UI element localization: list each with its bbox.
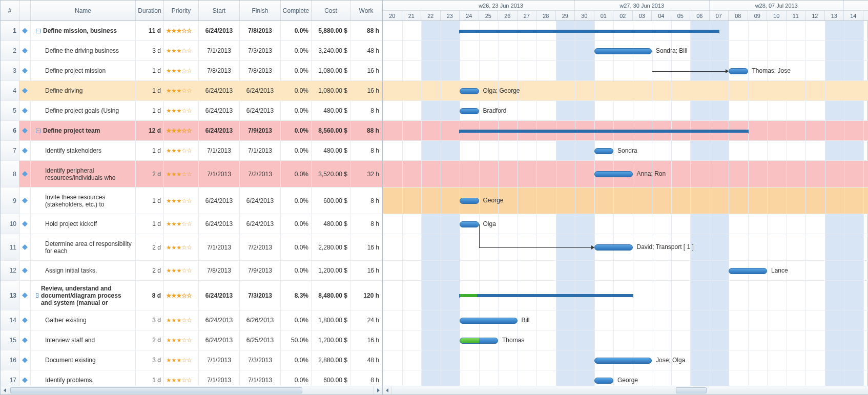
start-cell[interactable]: 6/24/2013 xyxy=(199,21,240,40)
timeline-week-header[interactable]: w26, 23 Jun 2013 xyxy=(383,1,575,10)
table-row[interactable]: 16Document existing3 d★★★☆☆7/1/20137/3/2… xyxy=(1,350,382,370)
cost-cell[interactable]: 2,880.00 $ xyxy=(312,350,350,370)
table-row[interactable]: 3Define project mission1 d★★★☆☆7/8/20137… xyxy=(1,61,382,81)
cost-cell[interactable]: 600.00 $ xyxy=(312,188,350,214)
timeline-day-header[interactable]: 06 xyxy=(690,11,710,20)
task-bar[interactable] xyxy=(460,198,479,204)
table-row[interactable]: 9Invite these resources (stakeholders, e… xyxy=(1,188,382,214)
timeline-day-header[interactable]: 27 xyxy=(518,11,537,20)
task-name-cell[interactable]: Define project goals (Using xyxy=(31,101,136,120)
complete-cell[interactable]: 0.0% xyxy=(281,101,312,120)
table-row[interactable]: 7Identify stakeholders1 d★★★☆☆7/1/20137/… xyxy=(1,141,382,161)
cost-cell[interactable]: 1,200.00 $ xyxy=(312,330,350,350)
work-cell[interactable]: 8 h xyxy=(350,188,382,214)
timeline-day-header[interactable]: 11 xyxy=(787,11,806,20)
duration-cell[interactable]: 3 d xyxy=(136,310,164,330)
task-bar[interactable] xyxy=(729,68,748,74)
table-row[interactable]: 13Review, understand and document/diagra… xyxy=(1,281,382,310)
timeline-hscrollbar[interactable] xyxy=(383,386,868,394)
timeline-day-header[interactable]: 01 xyxy=(594,11,614,20)
col-complete[interactable]: Complete xyxy=(281,1,312,20)
col-priority[interactable]: Priority xyxy=(164,1,199,20)
work-cell[interactable]: 16 h xyxy=(350,261,382,280)
complete-cell[interactable]: 0.0% xyxy=(281,61,312,80)
duration-cell[interactable]: 1 d xyxy=(136,214,164,234)
start-cell[interactable]: 6/24/2013 xyxy=(199,310,240,330)
timeline-day-header[interactable]: 09 xyxy=(748,11,768,20)
start-cell[interactable]: 7/1/2013 xyxy=(199,161,240,187)
table-row[interactable]: 6Define project team12 d★★★☆☆6/24/20137/… xyxy=(1,121,382,141)
start-cell[interactable]: 7/1/2013 xyxy=(199,141,240,160)
complete-cell[interactable]: 0.0% xyxy=(281,350,312,370)
finish-cell[interactable]: 7/2/2013 xyxy=(240,234,281,260)
complete-cell[interactable]: 0.0% xyxy=(281,121,312,140)
work-cell[interactable]: 88 h xyxy=(350,21,382,40)
start-cell[interactable]: 7/1/2013 xyxy=(199,350,240,370)
cost-cell[interactable]: 1,800.00 $ xyxy=(312,310,350,330)
timeline-day-header[interactable]: 14 xyxy=(844,11,863,20)
finish-cell[interactable]: 7/2/2013 xyxy=(240,161,281,187)
task-bar[interactable] xyxy=(594,171,633,177)
task-bar[interactable] xyxy=(460,221,479,227)
start-cell[interactable]: 7/1/2013 xyxy=(199,41,240,60)
timeline-day-header[interactable]: 22 xyxy=(421,11,441,20)
start-cell[interactable]: 7/1/2013 xyxy=(199,234,240,260)
scroll-left-button[interactable] xyxy=(1,386,9,394)
timeline-day-header[interactable]: 04 xyxy=(652,11,671,20)
finish-cell[interactable]: 7/9/2013 xyxy=(240,261,281,280)
work-cell[interactable]: 32 h xyxy=(350,161,382,187)
priority-cell[interactable]: ★★★☆☆ xyxy=(164,61,199,80)
task-name-cell[interactable]: Determine area of responsibility for eac… xyxy=(31,234,136,260)
cost-cell[interactable]: 3,520.00 $ xyxy=(312,161,350,187)
task-name-cell[interactable]: Define driving xyxy=(31,81,136,100)
cost-cell[interactable]: 5,880.00 $ xyxy=(312,21,350,40)
task-bar[interactable] xyxy=(594,378,614,384)
summary-bar[interactable] xyxy=(460,30,719,33)
scroll-thumb[interactable] xyxy=(10,387,302,393)
timeline-day-header[interactable]: 05 xyxy=(671,11,691,20)
timeline-day-header[interactable]: 21 xyxy=(402,11,422,20)
finish-cell[interactable]: 7/3/2013 xyxy=(240,41,281,60)
timeline-day-header[interactable]: 20 xyxy=(383,11,402,20)
priority-cell[interactable]: ★★★☆☆ xyxy=(164,214,199,234)
start-cell[interactable]: 6/24/2013 xyxy=(199,81,240,100)
table-row[interactable]: 14Gather existing3 d★★★☆☆6/24/20136/26/2… xyxy=(1,310,382,330)
complete-cell[interactable]: 50.0% xyxy=(281,330,312,350)
task-name-cell[interactable]: Assign initial tasks, xyxy=(31,261,136,280)
start-cell[interactable]: 6/24/2013 xyxy=(199,330,240,350)
cost-cell[interactable]: 480.00 $ xyxy=(312,101,350,120)
start-cell[interactable]: 6/24/2013 xyxy=(199,188,240,214)
task-name-cell[interactable]: Identify problems, xyxy=(31,370,136,386)
complete-cell[interactable]: 0.0% xyxy=(281,161,312,187)
scroll-right-button[interactable] xyxy=(374,386,382,394)
summary-bar[interactable] xyxy=(460,294,633,297)
timeline-day-header[interactable]: 29 xyxy=(556,11,575,20)
col-name[interactable]: Name xyxy=(31,1,136,20)
work-cell[interactable]: 8 h xyxy=(350,214,382,234)
timeline-day-header[interactable]: 12 xyxy=(805,11,825,20)
finish-cell[interactable]: 7/3/2013 xyxy=(240,281,281,310)
duration-cell[interactable]: 1 d xyxy=(136,370,164,386)
table-row[interactable]: 15Interview staff and2 d★★★☆☆6/24/20136/… xyxy=(1,330,382,350)
work-cell[interactable]: 16 h xyxy=(350,330,382,350)
col-finish[interactable]: Finish xyxy=(240,1,281,20)
timeline-day-header[interactable]: 08 xyxy=(729,11,748,20)
table-row[interactable]: 10Hold project kickoff1 d★★★☆☆6/24/20136… xyxy=(1,214,382,234)
cost-cell[interactable]: 8,480.00 $ xyxy=(312,281,350,310)
task-bar[interactable] xyxy=(460,88,479,94)
duration-cell[interactable]: 1 d xyxy=(136,61,164,80)
cost-cell[interactable]: 600.00 $ xyxy=(312,370,350,386)
timeline-day-header[interactable]: 26 xyxy=(498,11,518,20)
timeline-week-header[interactable]: w27, 30 Jun 2013 xyxy=(575,1,710,10)
duration-cell[interactable]: 2 d xyxy=(136,261,164,280)
duration-cell[interactable]: 1 d xyxy=(136,188,164,214)
start-cell[interactable]: 6/24/2013 xyxy=(199,121,240,140)
timeline-week-header[interactable]: w28, 07 Jul 2013 xyxy=(710,1,844,10)
task-name-cell[interactable]: Review, understand and document/diagram … xyxy=(31,281,136,310)
task-bar[interactable] xyxy=(594,148,614,154)
finish-cell[interactable]: 7/1/2013 xyxy=(240,141,281,160)
task-name-cell[interactable]: Invite these resources (stakeholders, et… xyxy=(31,188,136,214)
collapse-toggle[interactable] xyxy=(36,129,40,133)
table-row[interactable]: 2Define the driving business3 d★★★☆☆7/1/… xyxy=(1,41,382,61)
task-name-cell[interactable]: Define the driving business xyxy=(31,41,136,60)
